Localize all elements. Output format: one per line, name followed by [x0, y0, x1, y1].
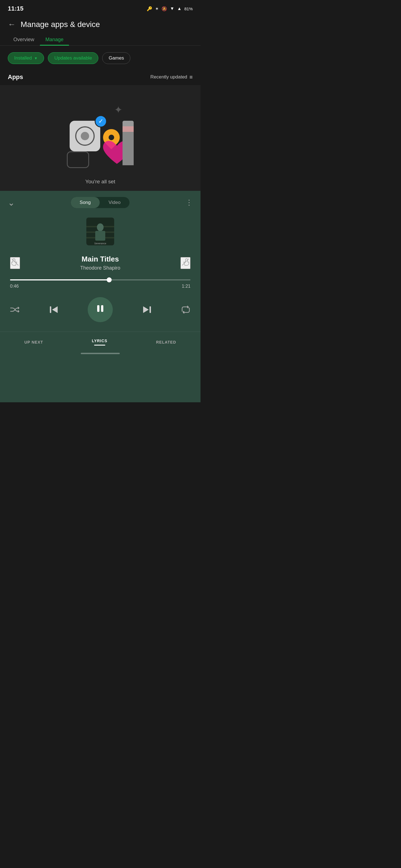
sort-icon: ≡: [189, 74, 193, 81]
key-icon: 🔑: [147, 6, 152, 11]
pause-button[interactable]: [88, 297, 113, 322]
chip-updates-label: Updates available: [54, 55, 92, 61]
like-button[interactable]: [180, 257, 191, 269]
song-title: Main Titles: [20, 255, 180, 264]
pencil-eraser: [122, 126, 134, 132]
status-icons: 🔑 ✴ 🔕 ▼ ▲ 81%: [147, 6, 193, 11]
mute-icon: 🔕: [162, 6, 167, 11]
illustration-area: ✦ ✓ You're all set: [0, 85, 200, 191]
album-art-image: Severance: [86, 218, 114, 245]
repeat-button[interactable]: [181, 306, 191, 313]
player-tab-video[interactable]: Video: [100, 197, 130, 208]
bluetooth-icon: ✴: [155, 6, 159, 11]
home-bar: [81, 353, 120, 354]
tab-lyrics: LYRICS: [86, 337, 113, 347]
chip-installed[interactable]: Installed ▼: [8, 52, 44, 64]
player-topbar: ⌄ Song Video ⋮: [0, 191, 200, 212]
album-art-area: Severance: [0, 212, 200, 248]
sort-label: Recently updated: [150, 74, 187, 80]
camera-lens: [75, 126, 95, 146]
dislike-button[interactable]: [10, 257, 20, 269]
player-tab-song[interactable]: Song: [71, 197, 100, 208]
progress-thumb[interactable]: [107, 277, 112, 282]
song-artist: Theodore Shapiro: [20, 265, 180, 271]
active-tab-underline: [94, 345, 105, 345]
album-art: Severance: [86, 218, 114, 245]
tab-manage[interactable]: Manage: [40, 33, 69, 45]
chat-bubble-icon: [67, 151, 89, 168]
camera-inner-lens: [81, 132, 89, 140]
chip-installed-label: Installed: [14, 55, 32, 61]
lyrics-tab-label[interactable]: LYRICS: [92, 339, 108, 343]
filter-chips: Installed ▼ Updates available Games: [0, 45, 200, 67]
signal-icon: ▲: [177, 6, 181, 11]
page-title: Manage apps & device: [21, 20, 100, 29]
next-button[interactable]: [142, 305, 152, 315]
chip-installed-arrow: ▼: [34, 56, 37, 60]
sort-button[interactable]: Recently updated ≡: [150, 74, 193, 81]
bottom-tabs: UP NEXT LYRICS RELATED: [0, 332, 200, 350]
back-button[interactable]: ←: [8, 20, 16, 29]
apps-label: Apps: [8, 73, 23, 81]
svg-point-4: [97, 223, 104, 231]
home-indicator: [0, 350, 200, 356]
illustration-container: ✦ ✓: [61, 96, 139, 174]
svg-rect-10: [149, 306, 151, 313]
apps-header: Apps Recently updated ≡: [0, 67, 200, 85]
playback-controls: [0, 291, 200, 326]
checkmark-badge: ✓: [95, 115, 107, 127]
chip-updates[interactable]: Updates available: [48, 52, 98, 64]
song-text: Main Titles Theodore Shapiro: [20, 255, 180, 271]
illustration-caption: You're all set: [85, 174, 115, 191]
tab-overview[interactable]: Overview: [8, 33, 40, 45]
tab-up-next[interactable]: UP NEXT: [19, 338, 49, 346]
pencil-top: [122, 121, 134, 126]
camera-icon: [69, 121, 100, 151]
player-mode-tabs: Song Video: [71, 197, 130, 208]
shuffle-button[interactable]: [10, 306, 20, 313]
wifi-icon: ▼: [170, 6, 174, 11]
chip-games[interactable]: Games: [102, 52, 130, 64]
progress-area[interactable]: 0:46 1:21: [0, 274, 200, 291]
pause-icon: [95, 303, 106, 317]
previous-button[interactable]: [49, 305, 59, 315]
total-time: 1:21: [182, 284, 191, 289]
page-header: ← Manage apps & device: [0, 15, 200, 33]
svg-rect-9: [101, 305, 103, 312]
progress-bar[interactable]: [10, 279, 191, 280]
tab-bar: Overview Manage: [0, 33, 200, 45]
svg-rect-7: [50, 306, 51, 313]
song-info-row: Main Titles Theodore Shapiro: [0, 248, 200, 274]
status-bar: 11:15 🔑 ✴ 🔕 ▼ ▲ 81%: [0, 0, 200, 15]
status-time: 11:15: [8, 5, 23, 12]
current-time: 0:46: [10, 284, 19, 289]
svg-rect-8: [97, 305, 99, 312]
svg-rect-5: [95, 231, 105, 241]
svg-text:Severance: Severance: [94, 242, 106, 245]
tab-related[interactable]: RELATED: [150, 338, 181, 346]
player-collapse-button[interactable]: ⌄: [8, 198, 15, 208]
progress-times: 0:46 1:21: [10, 284, 191, 289]
progress-fill: [10, 279, 109, 280]
music-player: ⌄ Song Video ⋮ Severance: [0, 191, 200, 402]
player-menu-button[interactable]: ⋮: [185, 198, 193, 207]
pencil-icon: [122, 121, 134, 165]
sparkle-icon: ✦: [114, 104, 122, 116]
battery-level: 81%: [184, 6, 193, 11]
chip-games-label: Games: [109, 55, 124, 61]
